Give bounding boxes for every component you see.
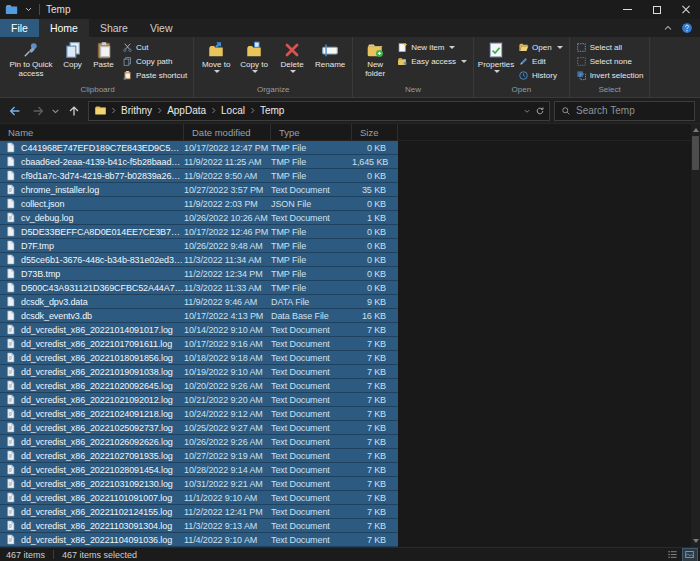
previous-locations-button[interactable] (522, 106, 532, 116)
select-all-icon (576, 42, 587, 53)
file-row[interactable]: dd_vcredist_x86_20221102124155.log11/2/2… (0, 505, 398, 519)
file-row[interactable]: dd_vcredist_x86_20221021092012.log10/21/… (0, 393, 398, 407)
column-header-date-modified[interactable]: Date modified (184, 124, 271, 140)
file-size: 9 KB (352, 297, 392, 307)
column-header-name[interactable]: Name (0, 124, 184, 140)
breadcrumb-item-local[interactable]: Local (218, 105, 248, 116)
search-input[interactable]: Search Temp (554, 101, 695, 121)
file-row[interactable]: dcsdk_eventv3.db10/17/2022 4:13 PMData B… (0, 309, 398, 323)
breadcrumb-item-brithny[interactable]: Brithny (118, 105, 155, 116)
pin-to-quick-access-button[interactable]: Pin to Quick access (5, 38, 57, 84)
cut-button[interactable]: Cut (120, 40, 189, 54)
file-name: dd_vcredist_x86_20221017091611.log (21, 339, 184, 349)
paste-button[interactable]: Paste (88, 38, 119, 84)
new-folder-button[interactable]: New folder (356, 38, 394, 84)
file-row[interactable]: dd_vcredist_x86_20221027091935.log10/27/… (0, 449, 398, 463)
file-row[interactable]: D500C43A931121D369CFBC52A44A7A6603...11/… (0, 281, 398, 295)
file-date-modified: 10/27/2022 9:19 AM (184, 451, 271, 461)
file-row[interactable]: C441968E747EFD189C7E843ED9C5A453C...10/1… (0, 141, 398, 155)
delete-button[interactable]: Delete (273, 38, 311, 84)
quick-access-toolbar-chevron-icon[interactable] (23, 4, 34, 15)
copy-path-button[interactable]: Copy path (120, 54, 189, 68)
rename-button[interactable]: Rename (311, 38, 349, 84)
history-button[interactable]: History (516, 68, 565, 82)
tab-share[interactable]: Share (89, 19, 139, 37)
group-label-select: Select (573, 84, 647, 97)
file-row[interactable]: d55ce6b1-3676-448c-b34b-831e02ed32d...11… (0, 253, 398, 267)
paste-shortcut-label: Paste shortcut (136, 71, 187, 80)
back-button[interactable] (3, 100, 26, 122)
file-row[interactable]: dd_vcredist_x86_20221024091218.log10/24/… (0, 407, 398, 421)
select-all-button[interactable]: Select all (574, 40, 646, 54)
tab-home[interactable]: Home (39, 19, 89, 37)
easy-access-button[interactable]: Easy access (395, 54, 469, 68)
tab-view[interactable]: View (139, 19, 184, 37)
scrollbar-thumb[interactable] (692, 136, 699, 170)
scroll-down-icon[interactable] (693, 539, 699, 543)
copy-button[interactable]: Copy (57, 38, 88, 84)
open-button[interactable]: Open (516, 40, 565, 54)
properties-button[interactable]: Properties (477, 38, 515, 84)
file-row[interactable]: dd_vcredist_x86_20221026092626.log10/26/… (0, 435, 398, 449)
file-date-modified: 10/21/2022 9:20 AM (184, 395, 271, 405)
file-type: Text Document (271, 339, 352, 349)
file-row[interactable]: dd_vcredist_x86_20221103091304.log11/3/2… (0, 519, 398, 533)
file-type: JSON File (271, 199, 352, 209)
file-row[interactable]: cv_debug.log10/26/2022 10:26 AMText Docu… (0, 211, 398, 225)
file-row[interactable]: dd_vcredist_x86_20221104091036.log11/4/2… (0, 533, 398, 547)
address-bar[interactable]: BrithnyAppDataLocalTemp (88, 101, 550, 121)
file-row[interactable]: dd_vcredist_x86_20221014091017.log10/14/… (0, 323, 398, 337)
file-size: 1 KB (352, 213, 392, 223)
forward-button[interactable] (26, 100, 49, 122)
file-row[interactable]: dd_vcredist_x86_20221101091007.log11/1/2… (0, 491, 398, 505)
file-row[interactable]: chrome_installer.log10/27/2022 3:57 PMTe… (0, 183, 398, 197)
breadcrumb-item-appdata[interactable]: AppData (164, 105, 209, 116)
file-row[interactable]: D5DE33BEFFCA8D0E014EE7CE3B7BD4756...10/1… (0, 225, 398, 239)
thumbnails-view-button[interactable] (683, 549, 697, 561)
file-row[interactable]: dd_vcredist_x86_20221028091454.log10/28/… (0, 463, 398, 477)
file-row[interactable]: D7F.tmp10/26/2022 9:48 AMTMP File0 KB (0, 239, 398, 253)
file-size: 7 KB (352, 381, 392, 391)
file-row[interactable]: dcsdk_dpv3.data11/9/2022 9:46 AMDATA Fil… (0, 295, 398, 309)
file-row[interactable]: cf9d1a7c-3d74-4219-8b77-b02839a26296...1… (0, 169, 398, 183)
file-size: 16 KB (352, 311, 392, 321)
file-row[interactable]: dd_vcredist_x86_20221020092645.log10/20/… (0, 379, 398, 393)
file-row[interactable]: dd_vcredist_x86_20221031092130.log10/31/… (0, 477, 398, 491)
file-date-modified: 10/14/2022 9:10 AM (184, 325, 271, 335)
maximize-button[interactable] (642, 0, 671, 19)
close-button[interactable] (671, 0, 700, 19)
file-row[interactable]: dd_vcredist_x86_20221018091856.log10/18/… (0, 351, 398, 365)
move-to-button[interactable]: Move to (197, 38, 235, 84)
file-row[interactable]: dd_vcredist_x86_20221017091611.log10/17/… (0, 337, 398, 351)
maximize-icon (653, 6, 661, 14)
file-row[interactable]: cbaad6ed-2eaa-4139-b41c-f5b28baad666...1… (0, 155, 398, 169)
column-header-type[interactable]: Type (271, 124, 352, 140)
file-size: 7 KB (352, 465, 392, 475)
new-item-button[interactable]: New item (395, 40, 469, 54)
invert-selection-button[interactable]: Invert selection (574, 68, 646, 82)
minimize-button[interactable] (613, 0, 642, 19)
edit-button[interactable]: Edit (516, 54, 565, 68)
breadcrumb-item-temp[interactable]: Temp (257, 105, 287, 116)
file-row[interactable]: D73B.tmp11/2/2022 12:34 PMTMP File0 KB (0, 267, 398, 281)
details-view-button[interactable] (666, 549, 680, 561)
file-row[interactable]: collect.json11/9/2022 2:03 PMJSON File0 … (0, 197, 398, 211)
select-none-button[interactable]: Select none (574, 54, 646, 68)
scroll-up-icon[interactable] (693, 128, 699, 132)
file-row[interactable]: dd_vcredist_x86_20221025092737.log10/25/… (0, 421, 398, 435)
file-size: 7 KB (352, 493, 392, 503)
help-icon[interactable] (681, 22, 693, 34)
tab-file[interactable]: File (0, 19, 39, 37)
collapse-ribbon-icon[interactable] (662, 22, 674, 34)
recent-locations-button[interactable] (49, 100, 62, 122)
file-row[interactable]: dd_vcredist_x86_20221019091038.log10/19/… (0, 365, 398, 379)
file-size: 0 KB (352, 143, 392, 153)
paste-shortcut-button[interactable]: Paste shortcut (120, 68, 189, 82)
copy-to-button[interactable]: Copy to (235, 38, 273, 84)
file-type: Text Document (271, 479, 352, 489)
column-header-size[interactable]: Size (352, 124, 398, 140)
file-type: Text Document (271, 381, 352, 391)
vertical-scrollbar[interactable] (691, 124, 700, 547)
refresh-button[interactable] (535, 106, 545, 116)
up-button[interactable] (62, 100, 85, 122)
